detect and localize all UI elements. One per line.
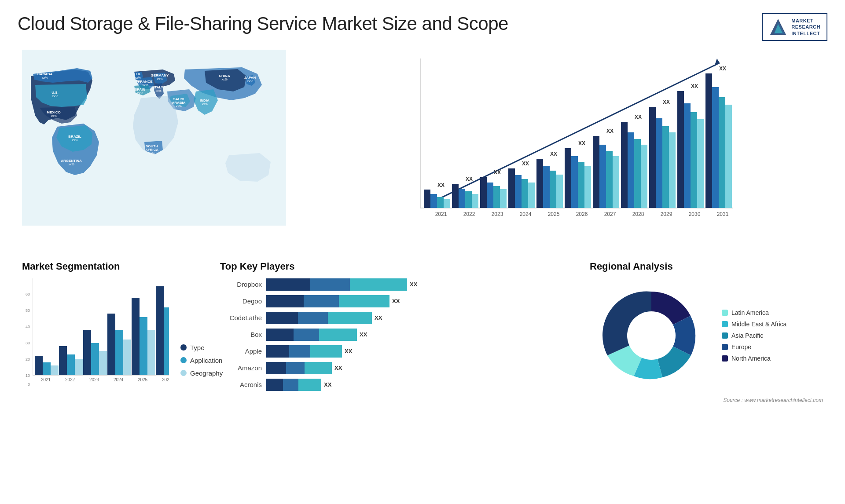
svg-text:XX: XX (494, 169, 501, 175)
svg-rect-40 (424, 190, 430, 208)
donut-area: Latin America Middle East & Africa Asia … (590, 278, 823, 393)
player-bar-acronis: XX (266, 379, 331, 391)
svg-rect-47 (459, 189, 465, 208)
svg-rect-84 (634, 139, 641, 208)
svg-rect-132 (140, 317, 147, 375)
donut-label-latin-america: Latin America (731, 309, 769, 316)
svg-rect-133 (147, 330, 155, 375)
bar-seg3-dropbox (350, 278, 407, 291)
svg-text:AFRICA: AFRICA (145, 148, 158, 152)
svg-text:xx%: xx% (51, 114, 56, 117)
svg-rect-101 (712, 87, 719, 208)
svg-rect-83 (628, 132, 634, 208)
svg-rect-60 (522, 179, 528, 208)
svg-text:U.S.: U.S. (51, 91, 59, 95)
svg-text:xx%: xx% (137, 91, 143, 95)
svg-text:XX: XX (663, 99, 670, 105)
svg-rect-136 (164, 307, 169, 375)
segmentation-section: Market Segmentation 60 50 40 30 20 10 0 (18, 256, 202, 504)
svg-text:xx%: xx% (142, 84, 148, 87)
svg-text:2023: 2023 (89, 377, 99, 382)
svg-rect-41 (430, 194, 437, 208)
logo-icon (769, 18, 787, 36)
player-bar-segments-degoo (266, 295, 389, 307)
player-name-codelathe: CodeLathe (220, 314, 262, 321)
svg-text:xx%: xx% (176, 105, 181, 108)
player-xx-degoo: XX (392, 298, 400, 304)
bar-seg3-amazon (305, 362, 332, 374)
bar-seg3-apple (310, 345, 342, 358)
regional-title: Regional Analysis (590, 261, 823, 272)
svg-text:xx%: xx% (135, 76, 140, 79)
segmentation-title: Market Segmentation (22, 261, 198, 272)
svg-rect-121 (75, 359, 83, 375)
main-content: CANADA xx% U.S. xx% MEXICO xx% BRAZIL xx… (0, 45, 845, 504)
bar-chart-section: XX 2021 XX 2022 XX 2023 (295, 45, 827, 252)
player-row-amazon: Amazon XX (220, 362, 568, 374)
world-map-svg: CANADA xx% U.S. xx% MEXICO xx% BRAZIL xx… (22, 50, 286, 226)
seg-chart-wrapper: 60 50 40 30 20 10 0 (22, 278, 198, 386)
bar-seg2-codelathe (298, 312, 328, 324)
bar-seg2-acronis (283, 379, 298, 391)
svg-text:2031: 2031 (717, 211, 729, 217)
donut-legend-latin-america: Latin America (722, 309, 786, 316)
player-row-degoo: Degoo XX (220, 295, 568, 307)
player-row-box: Box XX (220, 329, 568, 341)
header: Cloud Storage & File-Sharing Service Mar… (0, 0, 845, 45)
svg-text:2026: 2026 (576, 211, 588, 217)
svg-text:XX: XX (550, 151, 557, 157)
svg-rect-96 (691, 112, 697, 208)
source-text: Source : www.marketresearchintellect.com (590, 397, 823, 403)
players-section: Top Key Players Dropbox XX (211, 256, 577, 504)
svg-text:XX: XX (691, 83, 698, 89)
bar-seg1-apple (266, 345, 289, 358)
legend-label-type: Type (190, 344, 205, 351)
legend-dot-application (180, 357, 187, 363)
svg-rect-94 (677, 91, 684, 208)
donut-dot-middle-east (722, 321, 728, 327)
donut-legend: Latin America Middle East & Africa Asia … (722, 309, 786, 362)
player-bar-segments-acronis (266, 379, 321, 391)
svg-text:XX: XX (437, 182, 445, 188)
bar-seg1-box (266, 329, 294, 341)
svg-rect-102 (719, 97, 725, 208)
svg-text:MEXICO: MEXICO (47, 110, 61, 114)
bar-seg1-degoo (266, 295, 304, 307)
bar-seg3-degoo (339, 295, 389, 307)
svg-rect-95 (684, 103, 691, 208)
bar-seg1-amazon (266, 362, 286, 374)
donut-legend-north-america: North America (722, 355, 786, 362)
player-bar-codelathe: XX (266, 312, 382, 324)
svg-rect-117 (51, 365, 59, 375)
svg-rect-61 (528, 183, 535, 208)
svg-rect-115 (35, 356, 43, 375)
bar-seg3-codelathe (328, 312, 372, 324)
svg-text:ITALY: ITALY (154, 85, 163, 89)
donut-label-asia-pacific: Asia Pacific (731, 332, 763, 339)
svg-text:BRAZIL: BRAZIL (68, 135, 81, 139)
svg-text:XX: XX (522, 161, 529, 167)
svg-rect-67 (556, 175, 563, 208)
svg-text:40: 40 (26, 325, 30, 329)
player-bar-segments-dropbox (266, 278, 407, 291)
bar-seg2-box (294, 329, 319, 341)
bar-seg2-amazon (286, 362, 305, 374)
svg-text:JAPAN: JAPAN (244, 76, 256, 80)
svg-rect-89 (656, 118, 662, 208)
donut-label-europe: Europe (731, 343, 751, 351)
svg-text:2025: 2025 (548, 211, 560, 217)
donut-chart-svg (590, 278, 713, 393)
svg-rect-125 (99, 351, 107, 375)
svg-rect-43 (444, 199, 450, 208)
svg-rect-131 (132, 298, 140, 375)
player-xx-dropbox: XX (410, 281, 417, 288)
page-title: Cloud Storage & File-Sharing Service Mar… (18, 13, 508, 34)
map-container: CANADA xx% U.S. xx% MEXICO xx% BRAZIL xx… (22, 50, 286, 239)
seg-y-axis: 60 50 40 30 20 10 0 (22, 289, 31, 386)
svg-text:2028: 2028 (632, 211, 644, 217)
svg-rect-91 (669, 132, 676, 208)
svg-text:GERMANY: GERMANY (151, 73, 169, 77)
player-bar-degoo: XX (266, 295, 400, 307)
svg-text:xx%: xx% (247, 80, 253, 83)
svg-rect-103 (725, 105, 732, 208)
